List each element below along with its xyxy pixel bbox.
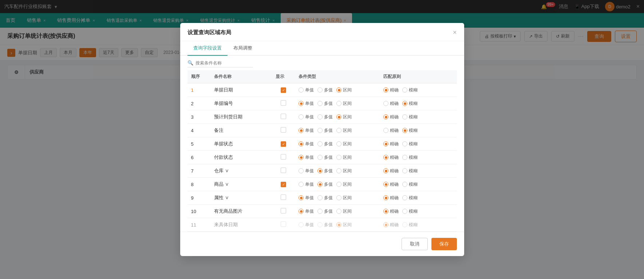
modal-close-btn[interactable]: × [453,29,457,36]
th-order: 顺序 [187,70,210,83]
cell-type: 单值多值区间 [295,83,380,84]
cell-match: 精确模糊 [380,83,457,84]
th-type: 条件类型 [295,70,380,83]
cell-order: 1 [187,83,210,84]
modal-table: 顺序 条件名称 显示 条件类型 匹配原则 1单据日期✓单值多值区间精确模糊2单据… [187,70,457,84]
tab-query-fields[interactable]: 查询字段设置 [187,41,228,56]
modal-tabs: 查询字段设置 布局调整 [180,41,464,56]
search-wrapper: 🔍 [187,60,253,67]
th-show: 显示 [272,70,295,83]
modal-dialog: 设置查询区域布局 × 查询字段设置 布局调整 🔍 顺序 [180,23,464,84]
tab-query-fields-label: 查询字段设置 [193,45,222,51]
tab-layout-label: 布局调整 [233,45,252,51]
modal-search-area: 🔍 [180,56,464,70]
th-name: 条件名称 [210,70,272,83]
modal-overlay[interactable]: 设置查询区域布局 × 查询字段设置 布局调整 🔍 顺序 [0,0,644,84]
tab-layout[interactable]: 布局调整 [228,41,258,56]
cell-name: 单据日期 [210,83,272,84]
table-header-row: 顺序 条件名称 显示 条件类型 匹配原则 [187,70,457,83]
modal-title: 设置查询区域布局 [187,29,231,36]
table-row: 1单据日期✓单值多值区间精确模糊 [187,83,457,84]
cell-show: ✓ [272,83,295,84]
modal-header: 设置查询区域布局 × [180,23,464,41]
modal-table-wrap: 顺序 条件名称 显示 条件类型 匹配原则 1单据日期✓单值多值区间精确模糊2单据… [180,70,464,84]
search-input[interactable] [195,60,250,66]
search-icon: 🔍 [187,60,193,66]
th-match: 匹配原则 [380,70,457,83]
